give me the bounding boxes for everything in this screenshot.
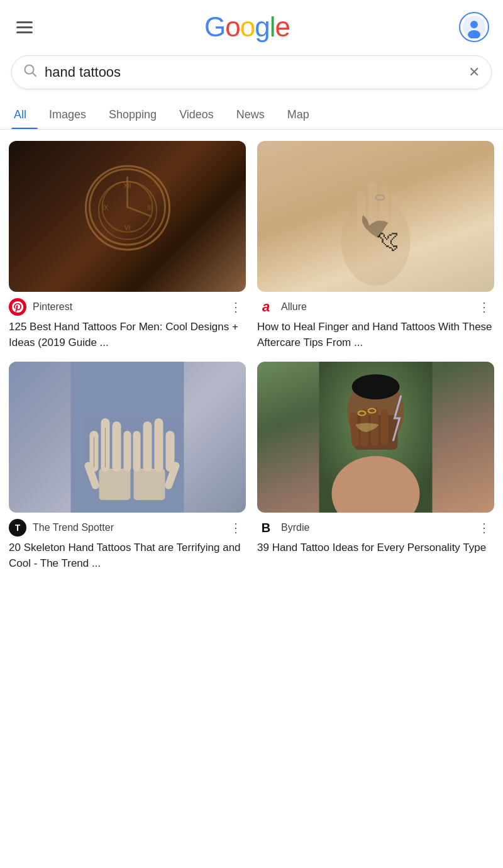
svg-text:III: III — [147, 204, 152, 211]
svg-line-8 — [128, 207, 152, 216]
result-title-4: 39 Hand Tattoo Ideas for Every Personali… — [257, 540, 494, 556]
result-source-2: a Allure ⋮ — [257, 298, 494, 316]
header: Google — [0, 0, 503, 49]
user-avatar[interactable] — [459, 12, 489, 42]
result-source-3: T The Trend Spotter ⋮ — [9, 519, 246, 537]
more-options-1[interactable]: ⋮ — [226, 298, 246, 316]
result-image-2 — [257, 141, 494, 292]
source-name-4: Byrdie — [281, 522, 309, 533]
result-title-1: 125 Best Hand Tattoos For Men: Cool Desi… — [9, 320, 246, 350]
svg-rect-34 — [133, 431, 141, 472]
result-source-4: B Byrdie ⋮ — [257, 519, 494, 537]
svg-text:VI: VI — [124, 225, 130, 231]
byrdie-logo: B — [257, 519, 275, 537]
result-title-2: How to Heal Finger and Hand Tattoos With… — [257, 320, 494, 350]
pinterest-logo — [9, 298, 26, 316]
result-card-1[interactable]: XII VI IX III Pinterest ⋮ 125 Best Hand … — [9, 141, 246, 350]
tab-videos[interactable]: Videos — [168, 99, 225, 129]
svg-rect-27 — [113, 421, 121, 472]
source-name-2: Allure — [281, 301, 307, 313]
svg-text:XII: XII — [123, 182, 131, 189]
allure-logo: a — [257, 298, 275, 316]
results-grid: XII VI IX III Pinterest ⋮ 125 Best Hand … — [0, 130, 503, 583]
search-tabs: All Images Shopping Videos News Map — [0, 99, 503, 130]
result-card-2[interactable]: a Allure ⋮ How to Heal Finger and Hand T… — [257, 141, 494, 350]
result-card-4[interactable]: B Byrdie ⋮ 39 Hand Tattoo Ideas for Ever… — [257, 362, 494, 571]
tab-news[interactable]: News — [225, 99, 276, 129]
svg-rect-30 — [134, 469, 165, 500]
more-options-4[interactable]: ⋮ — [474, 519, 494, 537]
tab-images[interactable]: Images — [38, 99, 97, 129]
source-name-3: The Trend Spotter — [33, 522, 114, 533]
hamburger-menu[interactable] — [14, 19, 35, 36]
search-bar-container: hand tattoos ✕ — [0, 49, 503, 99]
svg-rect-44 — [381, 409, 389, 445]
more-options-3[interactable]: ⋮ — [226, 519, 246, 537]
source-name-1: Pinterest — [33, 301, 72, 313]
trend-spotter-logo: T — [9, 519, 26, 537]
tab-shopping[interactable]: Shopping — [97, 99, 168, 129]
clear-icon[interactable]: ✕ — [468, 64, 480, 81]
svg-rect-17 — [391, 194, 399, 229]
google-logo: Google — [204, 11, 290, 43]
more-options-2[interactable]: ⋮ — [474, 298, 494, 316]
svg-line-4 — [33, 73, 36, 77]
search-input[interactable]: hand tattoos — [45, 64, 461, 81]
svg-point-39 — [352, 374, 400, 399]
result-title-3: 20 Skeleton Hand Tattoos That are Terrif… — [9, 540, 246, 571]
result-source-1: Pinterest ⋮ — [9, 298, 246, 316]
svg-rect-32 — [155, 418, 163, 472]
search-bar[interactable]: hand tattoos ✕ — [11, 55, 492, 89]
search-icon — [23, 64, 37, 81]
svg-point-1 — [470, 21, 478, 28]
result-card-3[interactable]: T The Trend Spotter ⋮ 20 Skeleton Hand T… — [9, 362, 246, 571]
result-image-3 — [9, 362, 246, 513]
svg-rect-28 — [124, 431, 131, 472]
tab-all[interactable]: All — [11, 99, 38, 129]
tab-map[interactable]: Map — [276, 99, 321, 129]
svg-point-6 — [102, 182, 153, 232]
svg-rect-33 — [143, 421, 152, 472]
result-image-1: XII VI IX III — [9, 141, 246, 292]
result-image-4 — [257, 362, 494, 513]
svg-text:IX: IX — [102, 204, 109, 211]
svg-point-5 — [90, 169, 165, 245]
svg-rect-20 — [99, 469, 131, 500]
